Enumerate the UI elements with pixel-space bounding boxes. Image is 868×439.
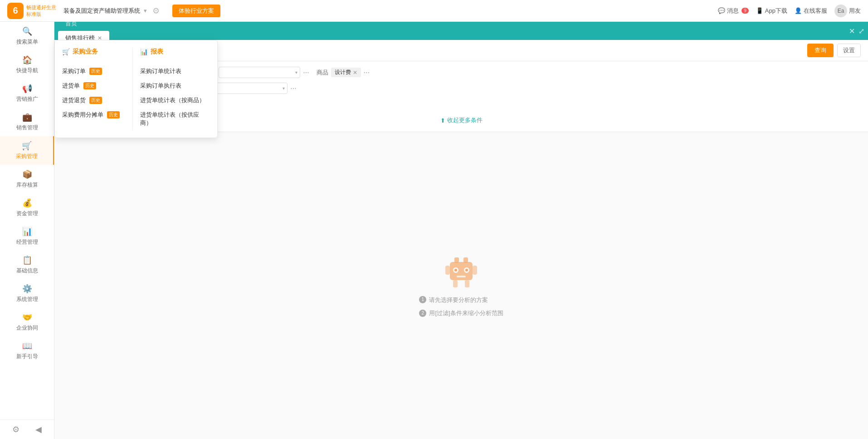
logo: 6 畅捷通好生意 标准版 <box>7 3 56 19</box>
top-bar: 6 畅捷通好生意 标准版 装备及固定资产辅助管理系统 ▾ ⚙ 体验行业方案 💬 … <box>0 0 868 22</box>
dropdown-col2-item-1[interactable]: 采购订单执行表 <box>140 79 210 93</box>
sidebar-item-1[interactable]: 🏠快捷导航 <box>0 50 54 79</box>
sidebar-item-5[interactable]: 📦库存核算 <box>0 165 54 193</box>
sidebar-item-4[interactable]: 🛒采购管理 <box>0 136 54 165</box>
logo-icon: 6 <box>7 3 24 19</box>
dropdown-col-2: 📊 报表 采购订单统计表采购订单执行表进货单统计表（按商品）进货单统计表（按供应… <box>132 48 210 130</box>
dropdown-col1-item-3[interactable]: 采购费用分摊单历史 <box>62 108 132 122</box>
sidebar-item-3[interactable]: 💼销售管理 <box>0 108 54 136</box>
messages-button[interactable]: 💬 消息 9 <box>718 7 749 15</box>
sidebar-item-10[interactable]: 🤝企业协同 <box>0 308 54 336</box>
svg-rect-11 <box>465 280 469 287</box>
dropdown-col2-item-3[interactable]: 进货单统计表（按供应商） <box>140 108 210 130</box>
svg-rect-1 <box>454 257 459 263</box>
user-menu[interactable]: Ea 用友 <box>834 5 861 17</box>
sidebar-item-2[interactable]: 📢营销推广 <box>0 79 54 108</box>
tab-bar: 首页销售排行榜✕ ✕ ⤢ <box>54 22 868 40</box>
dropdown-col2-item-2[interactable]: 进货单统计表（按商品） <box>140 93 210 108</box>
goods-tag: 设计费 ✕ <box>331 68 361 77</box>
dropdown-col2-item-0[interactable]: 采购订单统计表 <box>140 64 210 79</box>
empty-icon <box>439 253 484 289</box>
sidebar-item-8[interactable]: 📋基础信息 <box>0 251 54 279</box>
settings-icon[interactable]: ⚙ <box>12 424 20 434</box>
toolbar-right: 查询 设置 <box>807 44 861 57</box>
dropdown-col1-item-0[interactable]: 采购订单历史 <box>62 64 132 79</box>
app-container: 6 畅捷通好生意 标准版 装备及固定资产辅助管理系统 ▾ ⚙ 体验行业方案 💬 … <box>0 0 868 439</box>
dropdown-col-1: 🛒 采购业务 采购订单历史进货单历史进货退货历史采购费用分摊单历史 <box>62 48 132 130</box>
empty-text: 1 请先选择要分析的方案 2 用[过滤]条件来缩小分析范围 <box>419 295 503 319</box>
sidebar-item-7[interactable]: 📊经营管理 <box>0 222 54 251</box>
doc-status-dots[interactable]: ··· <box>303 69 309 77</box>
empty-state: 1 请先选择要分析的方案 2 用[过滤]条件来缩小分析范围 <box>419 253 503 319</box>
logo-text: 畅捷通好生意 标准版 <box>26 4 56 17</box>
tab-bar-right: ✕ ⤢ <box>849 27 864 35</box>
svg-point-5 <box>454 269 457 271</box>
top-bar-right: 💬 消息 9 📱 App下载 👤 在线客服 Ea 用友 <box>718 5 861 17</box>
sidebar-item-9[interactable]: ⚙️系统管理 <box>0 279 54 308</box>
dropdown-col1-item-2[interactable]: 进货退货历史 <box>62 93 132 108</box>
goods-dots[interactable]: ··· <box>364 69 370 77</box>
sidebar-item-0[interactable]: 🔍搜索菜单 <box>0 22 54 50</box>
dropdown-col1-item-1[interactable]: 进货单历史 <box>62 79 132 93</box>
fullscreen-icon[interactable]: ⤢ <box>858 27 864 35</box>
dropdown-col2-title: 📊 报表 <box>140 48 210 59</box>
doc-status-select-wrapper <box>219 67 300 78</box>
svg-rect-9 <box>473 266 477 275</box>
svg-rect-10 <box>453 280 458 287</box>
settings-button[interactable]: 设置 <box>837 44 861 57</box>
tab-0[interactable]: 首页 <box>58 22 109 31</box>
sidebar-items: 🔍搜索菜单🏠快捷导航📢营销推广💼销售管理🛒采购管理📦库存核算💰资金管理📊经营管理… <box>0 22 54 365</box>
svg-rect-2 <box>463 257 468 263</box>
online-service-button[interactable]: 👤 在线客服 <box>795 7 827 15</box>
dropdown-col1-title: 🛒 采购业务 <box>62 48 132 59</box>
collapse-button[interactable]: ⬆ 收起更多条件 <box>440 114 483 126</box>
sidebar-item-6[interactable]: 💰资金管理 <box>0 193 54 222</box>
dropdown-col1-items: 采购订单历史进货单历史进货退货历史采购费用分摊单历史 <box>62 64 132 122</box>
sidebar-item-11[interactable]: 📖新手引导 <box>0 336 54 365</box>
svg-point-6 <box>465 269 468 271</box>
salesperson-select[interactable] <box>206 83 288 94</box>
svg-rect-7 <box>457 276 466 277</box>
sidebar-bottom: ⚙ ◀ <box>0 419 54 439</box>
dropdown-col2-items: 采购订单统计表采购订单执行表进货单统计表（按商品）进货单统计表（按供应商） <box>140 64 210 130</box>
goods-tag-close[interactable]: ✕ <box>353 69 357 76</box>
close-tab-icon[interactable]: ✕ <box>849 27 855 35</box>
svg-rect-8 <box>445 266 450 275</box>
doc-status-select[interactable] <box>219 67 300 78</box>
salesperson-select-wrapper <box>206 83 288 94</box>
query-button[interactable]: 查询 <box>807 44 834 57</box>
collapse-sidebar-icon[interactable]: ◀ <box>35 424 42 434</box>
salesperson-dots[interactable]: ··· <box>290 84 296 93</box>
dropdown-menu: 🛒 采购业务 采购订单历史进货单历史进货退货历史采购费用分摊单历史 📊 报表 采… <box>54 40 218 138</box>
app-download-button[interactable]: 📱 App下载 <box>756 7 787 15</box>
system-title: 装备及固定资产辅助管理系统 ▾ ⚙ <box>63 6 161 16</box>
content-main: 1 请先选择要分析的方案 2 用[过滤]条件来缩小分析范围 <box>54 132 868 439</box>
sidebar: 🔍搜索菜单🏠快捷导航📢营销推广💼销售管理🛒采购管理📦库存核算💰资金管理📊经营管理… <box>0 22 54 439</box>
trial-button[interactable]: 体验行业方案 <box>172 5 220 17</box>
avatar: Ea <box>834 5 847 17</box>
goods-filter: 商品 设计费 ✕ ··· <box>317 68 370 77</box>
